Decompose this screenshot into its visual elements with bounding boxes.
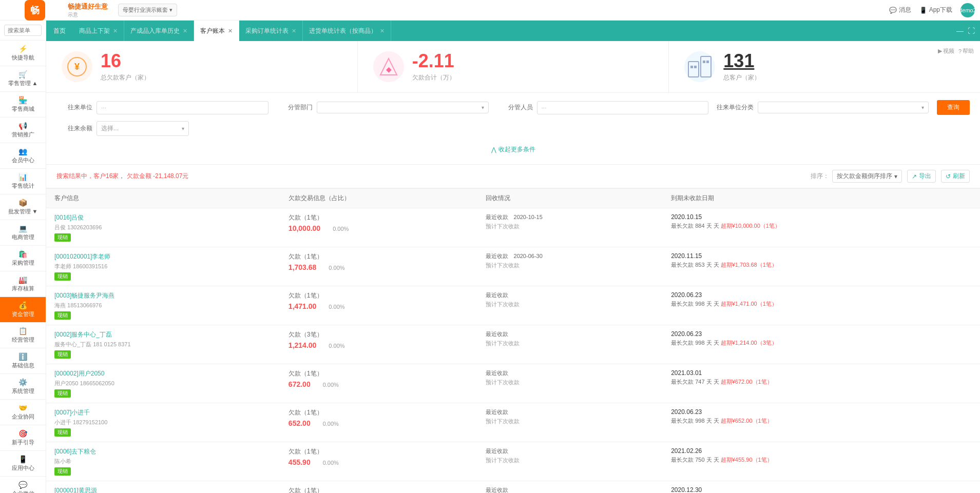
sidebar-item-retail-mall[interactable]: 🏪 零售商城 [0, 92, 46, 117]
filter-dept-select[interactable]: ▾ [317, 102, 489, 113]
sidebar-item-retail-mgmt[interactable]: 🛒 零售管理 ▲ [0, 66, 46, 92]
help-btn[interactable]: ? 帮助 [958, 47, 974, 55]
sidebar-item-member[interactable]: 👥 会员中心 [0, 143, 46, 169]
tab-inbound-stats-close[interactable]: ✕ [380, 28, 385, 34]
tab-product-history-close[interactable]: ✕ [183, 28, 187, 34]
customer-name-link[interactable]: [0006]去下粮仓 [54, 448, 96, 455]
tab-product-list-close[interactable]: ✕ [113, 28, 118, 34]
customer-name-link[interactable]: [000002]用户2050 [54, 370, 104, 377]
sidebar-item-basic-info[interactable]: ℹ️ 基础信息 [0, 348, 46, 374]
debt-amount: 10,000.00 [289, 224, 320, 232]
last-payment: 最近收款 [486, 291, 655, 299]
customer-name-link[interactable]: [0007]小进千 [54, 409, 90, 416]
sidebar-item-inventory[interactable]: 🏭 库存核算 [0, 271, 46, 297]
customer-name-link[interactable]: [0003]畅捷服务尹海燕 [54, 292, 114, 299]
sort-dropdown-icon: ▾ [894, 173, 897, 180]
collapse-filters-btn[interactable]: ⋀ 收起更多条件 [56, 142, 970, 157]
debt-info-cell: 欠款（1笔） 672.00 0.00% [280, 364, 477, 403]
due-date-cell: 2021.02.26 最长欠款 750 天 天 超期¥455.90（1笔） [663, 442, 980, 481]
tab-home[interactable]: 首页 [46, 21, 73, 41]
next-payment: 预计下次收款 [486, 457, 655, 464]
debt-amount: 455.90 [289, 458, 311, 466]
table-row: [0001020001]李老师 李老师 18600391516 现销 欠款（1笔… [46, 247, 980, 286]
next-payment: 预计下次收款 [486, 301, 655, 308]
filter-category-select[interactable]: ▾ [758, 102, 929, 113]
stats-row: ¥ 16 总欠款客户（家） ◆ -2.11 欠款合计（万） [46, 41, 980, 93]
sidebar-search-input[interactable] [4, 25, 42, 36]
sidebar-item-enterprise-wechat[interactable]: 💬 企业微信 [0, 477, 46, 493]
customer-name-link[interactable]: [0002]服务中心_丁磊 [54, 331, 112, 338]
app-center-icon: 📱 [18, 455, 27, 463]
overdue-amount-link[interactable]: 超期¥10,000.00（1笔） [721, 223, 780, 229]
search-button[interactable]: 查询 [937, 100, 970, 115]
debt-count: 欠款（1笔） [289, 291, 469, 300]
tab-purchase-stats[interactable]: 采购订单统计表 ✕ [239, 21, 303, 41]
sidebar-item-marketing[interactable]: 📢 营销推广 [0, 117, 46, 143]
overdue-amount-link[interactable]: 超期¥1,703.68（1笔） [721, 262, 777, 268]
sidebar-item-purchase[interactable]: 🛍️ 采购管理 [0, 246, 46, 271]
sidebar-item-ecommerce[interactable]: 💻 电商管理 [0, 220, 46, 246]
filter-person-input[interactable]: ··· [537, 101, 709, 114]
sidebar-item-new-guide[interactable]: 🎯 新手引导 [0, 425, 46, 451]
table-row: [0007]小进千 小进千 18279152100 现销 欠款（1笔） 652.… [46, 403, 980, 442]
overdue-amount-link[interactable]: 超期¥652.00（1笔） [721, 418, 773, 424]
due-date-cell: 2020.11.15 最长欠款 853 天 天 超期¥1,703.68（1笔） [663, 247, 980, 286]
tab-inbound-stats[interactable]: 进货单统计表（按商品） ✕ [303, 21, 391, 41]
overdue-amount-link[interactable]: 超期¥455.90（1笔） [721, 457, 773, 463]
tab-purchase-stats-close[interactable]: ✕ [292, 28, 296, 34]
customer-name-link[interactable]: [0001020001]李老师 [54, 253, 110, 260]
app-subtext: 示意 [68, 11, 108, 18]
next-payment: 预计下次收款 [486, 262, 655, 269]
refresh-btn[interactable]: ↺ 刷新 [941, 170, 970, 183]
sidebar-item-quick-nav[interactable]: ⚡ 快捷导航 [0, 41, 46, 66]
debt-info-cell: 欠款（1笔） 10,000.00 0.00% [280, 208, 477, 247]
message-btn[interactable]: 💬 消息 [889, 6, 911, 14]
next-payment: 预计下次收款 [486, 418, 655, 425]
tab-product-history[interactable]: 产成品入库单历史 ✕ [124, 21, 194, 41]
filter-person-label: 分管人员 [497, 103, 533, 112]
export-btn[interactable]: ↗ 导出 [907, 170, 936, 183]
tab-maximize-btn[interactable]: ⛶ [968, 27, 975, 35]
sidebar-item-finance[interactable]: 💰 资金管理 [0, 297, 46, 323]
tab-minimize-btn[interactable]: — [956, 27, 964, 35]
sidebar-item-business[interactable]: 📋 经营管理 [0, 323, 46, 348]
customer-name-link[interactable]: [0016]吕俊 [54, 214, 84, 221]
user-avatar[interactable]: demo2 [960, 3, 975, 17]
customer-tag: 现销 [54, 272, 71, 281]
tab-customer-account-close[interactable]: ✕ [228, 28, 233, 34]
sidebar-item-enterprise[interactable]: 🤝 企业协同 [0, 400, 46, 425]
customer-contact: 海燕 18513066976 [54, 302, 272, 309]
app-download-btn[interactable]: 📱 App下载 [919, 6, 952, 14]
sidebar-item-system[interactable]: ⚙️ 系统管理 [0, 374, 46, 400]
due-date-value: 2021.02.26 [671, 447, 972, 455]
quick-nav-icon: ⚡ [18, 45, 27, 53]
view-video-btn[interactable]: ▶ 视频 [938, 47, 954, 55]
last-payment: 最近收款 [486, 486, 655, 493]
due-date-cell: 2020.06.23 最长欠款 998 天 天 超期¥1,214.00（3笔） [663, 325, 980, 364]
overdue-days: 最长欠款 998 天 天 超期¥1,471.00（1笔） [671, 300, 972, 308]
debt-percent: 0.00% [323, 382, 339, 388]
sidebar-item-retail-stats[interactable]: 📊 零售统计 [0, 169, 46, 194]
overdue-amount-link[interactable]: 超期¥1,471.00（1笔） [721, 301, 777, 307]
sidebar-item-app-center[interactable]: 📱 应用中心 [0, 451, 46, 477]
customer-contact: 吕俊 13026203696 [54, 224, 272, 231]
filter-balance-select[interactable]: 选择... ▾ [97, 121, 189, 136]
tab-product-list[interactable]: 商品上下架 ✕ [73, 21, 124, 41]
overdue-amount-link[interactable]: 超期¥1,214.00（3笔） [721, 340, 777, 346]
overdue-amount-link[interactable]: 超期¥672.00（1笔） [721, 379, 773, 385]
recovery-cell: 最近收款 2020-06-30 预计下次收款 [477, 247, 663, 286]
filter-supplier: 往来单位 ··· [56, 101, 268, 114]
svg-rect-5 [701, 56, 711, 77]
tab-bar: 首页 商品上下架 ✕ 产成品入库单历史 ✕ 客户账本 ✕ 采购订单统计表 ✕ [46, 21, 980, 41]
customer-name-link[interactable]: [000001]黄思源 [54, 487, 97, 493]
sort-select[interactable]: 按欠款金额倒序排序 ▾ [832, 170, 902, 183]
app-name: 畅捷通好生意 [68, 2, 108, 11]
table-row: [0006]去下粮仓 陈小希 现销 欠款（1笔） 455.90 0.00% 最近… [46, 442, 980, 481]
sidebar-item-batch-mgmt[interactable]: 📦 批发管理 ▼ [0, 194, 46, 220]
stat-label-debt-customers: 总欠款客户（家） [101, 73, 342, 82]
company-selector[interactable]: 母婴行业演示账套 ▾ [118, 4, 177, 16]
svg-rect-6 [690, 66, 693, 68]
tab-customer-account[interactable]: 客户账本 ✕ [194, 21, 239, 41]
debt-count: 欠款（1笔） [289, 447, 469, 456]
filter-supplier-input[interactable]: ··· [97, 101, 268, 114]
